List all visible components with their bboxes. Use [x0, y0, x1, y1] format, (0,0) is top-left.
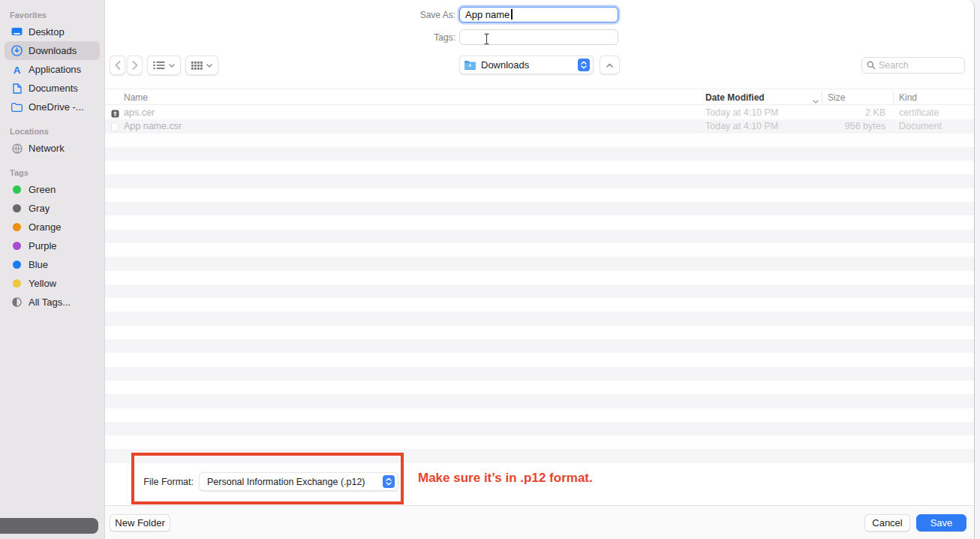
sidebar-item-tag-green[interactable]: Green: [5, 180, 100, 199]
file-size: 2 KB: [810, 106, 885, 119]
sidebar-item-label: Orange: [29, 221, 61, 233]
grid-view-icon: [191, 62, 203, 70]
sidebar-item-tag-gray[interactable]: Gray: [5, 199, 100, 218]
svg-text:A: A: [14, 65, 21, 75]
table-header-row: Name Date Modified Size Kind: [105, 89, 975, 105]
tag-dot-blue-icon: [13, 260, 21, 269]
sidebar-section-favorites: Favorites: [10, 11, 104, 20]
tag-dot-yellow-icon: [13, 279, 21, 288]
folder-icon: [11, 103, 23, 112]
chevron-up-icon: [606, 63, 613, 68]
sidebar-item-label: Desktop: [29, 26, 65, 38]
sidebar-item-label: Green: [29, 184, 56, 195]
file-date-modified: Today at 4:10 PM: [705, 106, 778, 119]
column-header-kind[interactable]: Kind: [899, 92, 917, 103]
downloads-folder-icon: [464, 60, 476, 70]
column-divider: [893, 92, 894, 104]
tag-dot-gray-icon: [13, 204, 21, 212]
sidebar-item-documents[interactable]: Documents: [5, 79, 100, 98]
file-kind: certificate: [899, 106, 939, 119]
desktop-icon: [11, 27, 23, 37]
annotation-text: Make sure it’s in .p12 format.: [418, 471, 593, 486]
back-button[interactable]: [110, 56, 125, 75]
sidebar-item-label: Gray: [29, 203, 50, 214]
sidebar-item-network[interactable]: Network: [5, 139, 100, 158]
document-icon: [11, 83, 23, 94]
tag-dot-green-icon: [13, 185, 21, 194]
save-as-input[interactable]: [459, 7, 618, 23]
text-caret: [511, 9, 513, 20]
column-header-name[interactable]: Name: [124, 92, 148, 103]
chevron-down-icon: [169, 64, 175, 68]
forward-button[interactable]: [127, 56, 143, 75]
sidebar-item-label: Applications: [29, 64, 81, 75]
nav-button-group: [110, 56, 143, 75]
finder-sidebar: Favorites Desktop Downloads A Applicatio…: [0, 0, 105, 539]
sidebar-item-label: All Tags...: [29, 297, 71, 308]
sidebar-section-locations: Locations: [10, 127, 104, 136]
background-window-edge: [0, 518, 98, 534]
search-icon: [867, 61, 876, 70]
search-field[interactable]: [861, 57, 965, 74]
sidebar-item-label: Blue: [29, 259, 48, 270]
sidebar-item-label: Documents: [29, 83, 78, 94]
chevron-right-icon: [132, 61, 138, 70]
location-popup-button[interactable]: Downloads: [459, 56, 594, 74]
file-size: 956 bytes: [810, 119, 885, 133]
sidebar-item-label: Network: [29, 143, 65, 154]
new-folder-button[interactable]: New Folder: [110, 514, 170, 531]
file-name: App name.csr: [124, 119, 182, 133]
file-format-popup-button[interactable]: Personal Information Exchange (.p12): [199, 472, 398, 491]
sidebar-item-tag-orange[interactable]: Orange: [5, 218, 100, 236]
file-format-label: File Format:: [105, 477, 194, 487]
screen: Favorites Desktop Downloads A Applicatio…: [0, 0, 980, 539]
file-row-app-name-csr: App name.csr Today at 4:10 PM 956 bytes …: [105, 119, 975, 133]
sidebar-item-label: Purple: [29, 240, 57, 251]
stepper-icon: [578, 59, 590, 71]
sidebar-item-tag-blue[interactable]: Blue: [5, 255, 100, 274]
applications-icon: A: [11, 65, 23, 75]
file-date-modified: Today at 4:10 PM: [705, 119, 778, 133]
collapse-panel-button[interactable]: [600, 56, 620, 74]
sidebar-item-tag-purple[interactable]: Purple: [5, 236, 100, 255]
chevron-down-icon: [206, 64, 212, 68]
ibeam-cursor-icon: [483, 33, 490, 48]
stepper-icon: [383, 475, 395, 488]
dialog-footer: New Folder Cancel Save: [105, 505, 975, 539]
sidebar-section-tags: Tags: [10, 168, 104, 177]
sidebar-item-tag-yellow[interactable]: Yellow: [5, 274, 100, 293]
sidebar-item-label: Downloads: [29, 45, 77, 56]
all-tags-icon: [11, 297, 23, 307]
list-view-icon: [153, 61, 165, 70]
column-divider: [822, 92, 822, 104]
sidebar-item-desktop[interactable]: Desktop: [5, 23, 100, 41]
list-view-button[interactable]: [147, 56, 181, 75]
file-name: aps.cer: [124, 106, 155, 119]
tags-label: Tags:: [353, 32, 455, 43]
sidebar-item-downloads[interactable]: Downloads: [5, 41, 100, 60]
downloads-icon: [11, 45, 23, 56]
sidebar-item-applications[interactable]: A Applications: [5, 60, 100, 79]
save-button[interactable]: Save: [916, 514, 966, 531]
tag-dot-orange-icon: [13, 223, 21, 231]
file-kind: Document: [899, 119, 942, 133]
sidebar-item-onedrive[interactable]: OneDrive -...: [5, 98, 100, 116]
sidebar-item-all-tags[interactable]: All Tags...: [5, 293, 100, 312]
column-header-date-modified[interactable]: Date Modified: [705, 92, 765, 103]
globe-icon: [11, 143, 23, 154]
cancel-button[interactable]: Cancel: [864, 514, 910, 531]
file-format-value: Personal Information Exchange (.p12): [200, 477, 383, 487]
icon-view-button[interactable]: [185, 56, 218, 75]
search-input[interactable]: [879, 60, 954, 71]
file-row-aps-cer: aps.cer Today at 4:10 PM 2 KB certificat…: [105, 106, 975, 119]
sidebar-item-label: OneDrive -...: [29, 101, 84, 113]
column-header-size[interactable]: Size: [828, 92, 845, 103]
dialog-main: Save As: Tags:: [105, 0, 975, 539]
file-list: aps.cer Today at 4:10 PM 2 KB certificat…: [105, 106, 975, 463]
sort-chevron-icon: [813, 95, 819, 106]
location-popup-label: Downloads: [476, 59, 578, 71]
chevron-left-icon: [115, 61, 121, 70]
tag-dot-purple-icon: [13, 242, 21, 250]
save-as-label: Save As:: [353, 10, 455, 20]
sidebar-item-label: Yellow: [29, 278, 56, 289]
